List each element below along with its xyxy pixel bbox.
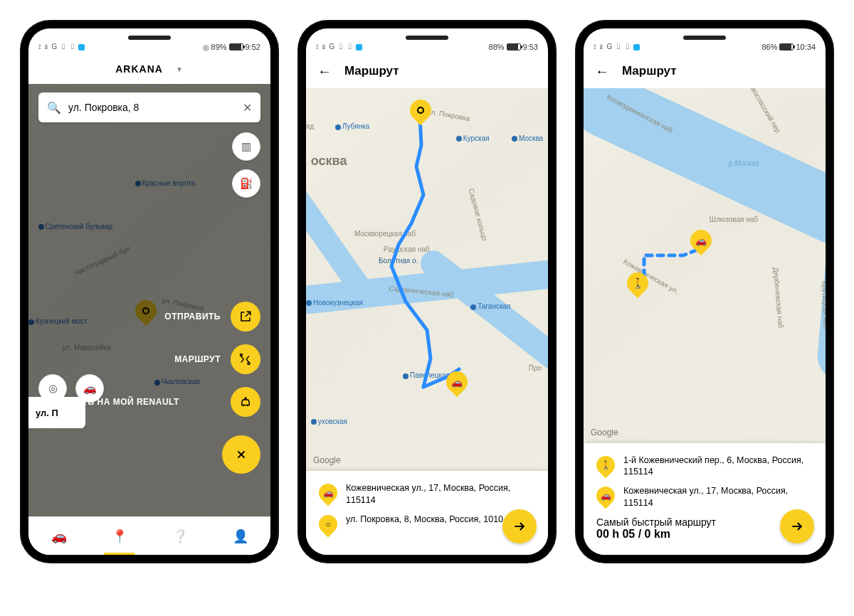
action-route-label: МАРШРУТ (174, 354, 221, 364)
chevron-down-icon: ▼ (176, 65, 184, 73)
map[interactable]: осква Лубянка Курская Новокузнецкая Тага… (306, 88, 548, 471)
fuel-button[interactable]: ⛽ (232, 169, 260, 198)
car-selector[interactable]: ARKANA ▼ (28, 54, 270, 84)
route-sheet: 🚗 Кожевническая ул., 17, Москва, Россия,… (306, 471, 548, 555)
status-bar: ⟟ ⩰ G ▯ ▯ 86% 10:34 (584, 28, 826, 54)
clock: 10:34 (796, 43, 816, 51)
battery-icon (229, 43, 243, 51)
close-menu-button[interactable] (222, 435, 260, 474)
search-bar[interactable]: 🔍 ✕ (38, 92, 260, 122)
fastest-value: 00 h 05 / 0 km (596, 528, 670, 540)
route-button[interactable] (231, 344, 260, 374)
route-header: ← Маршрут (584, 54, 826, 88)
clear-icon[interactable]: ✕ (243, 101, 252, 115)
status-app-icon (356, 44, 362, 51)
car-pin-icon: 🚗 (593, 483, 619, 509)
status-icons: ⟟ ⩰ G ▯ ▯ (594, 43, 631, 51)
search-input[interactable] (68, 102, 236, 113)
battery-pct: 88% (489, 43, 505, 51)
action-sendcar-label: ОТПРАВИТЬ НА МОЙ RENAULT (38, 397, 221, 407)
battery-icon (779, 43, 794, 51)
point-pin-icon: ○ (315, 511, 342, 538)
walk-row: 🚶 1-й Кожевнический пер., 6, Москва, Рос… (596, 455, 813, 479)
city-label: осква (311, 154, 347, 169)
action-send-label: ОТПРАВИТЬ (164, 312, 221, 322)
status-bar: ⟟ ⩰ G ▯ ▯ 88% 9:53 (306, 28, 548, 54)
car-name: ARKANA (115, 63, 163, 75)
nav-help[interactable]: ❔ (149, 517, 210, 555)
clock: 9:53 (523, 43, 538, 51)
car-pin-icon: 🚗 (315, 480, 342, 506)
page-title: Маршрут (344, 64, 399, 78)
status-app-icon (633, 44, 640, 51)
bottom-nav: 🚗 📍 ❔ 👤 (28, 516, 270, 555)
destination-row: 🚗 Кожевническая ул., 17, Москва, Россия,… (319, 482, 535, 506)
back-button[interactable]: ← (595, 63, 609, 80)
walk-pin-icon: 🚶 (593, 452, 619, 478)
status-icons: ⟟ ⩰ G ▯ ▯ (316, 43, 354, 51)
start-navigation-button[interactable] (780, 509, 814, 543)
phone-2: ⟟ ⩰ G ▯ ▯ 88% 9:53 ← Маршрут осква Лубян… (299, 21, 555, 562)
map[interactable]: Космодамианская наб Новоспасский пер р М… (584, 88, 826, 443)
status-icons: ⟟ ⩰ G ▯ ▯ (38, 43, 76, 51)
map-credit: Google (313, 455, 341, 465)
car-row: 🚗 Кожевническая ул., 17, Москва, Россия,… (596, 485, 813, 509)
route-header: ← Маршрут (306, 54, 548, 88)
svg-point-1 (248, 363, 250, 365)
search-icon: 🔍 (47, 101, 61, 115)
send-button[interactable] (231, 302, 260, 331)
phone-3: ⟟ ⩰ G ▯ ▯ 86% 10:34 ← Маршрут Космодамиа… (576, 21, 833, 562)
status-app-icon (78, 44, 85, 51)
phone-1: ⟟ ⩰ G ▯ ▯ ◎ 89% 9:52 ARKANA ▼ Красные во… (21, 21, 278, 562)
destination-address: Кожевническая ул., 17, Москва, Россия, 1… (346, 482, 535, 506)
battery-icon (507, 43, 521, 51)
start-navigation-button[interactable] (502, 509, 537, 543)
map-credit: Google (591, 428, 618, 437)
battery-pct: 86% (761, 43, 777, 51)
walk-address: 1-й Кожевнический пер., 6, Москва, Росси… (623, 455, 813, 479)
back-button[interactable]: ← (317, 63, 332, 80)
gps-icon: ◎ (203, 43, 209, 51)
layers-button[interactable]: ▥ (232, 132, 260, 161)
page-title: Маршрут (622, 64, 677, 78)
origin-address: ул. Покровка, 8, Москва, Россия, 1010 (346, 514, 503, 526)
car-address: Кожевническая ул., 17, Москва, Россия, 1… (623, 485, 813, 509)
clock: 9:52 (246, 43, 260, 51)
route-sheet: 🚶 1-й Кожевнический пер., 6, Москва, Рос… (584, 443, 826, 556)
battery-pct: 89% (211, 43, 227, 51)
svg-point-0 (241, 354, 243, 356)
nav-map[interactable]: 📍 (89, 517, 149, 555)
map[interactable]: Красные ворота Сретенский бульвар Кузнец… (28, 84, 270, 516)
status-bar: ⟟ ⩰ G ▯ ▯ ◎ 89% 9:52 (28, 28, 270, 54)
send-to-car-button[interactable] (231, 387, 260, 417)
nav-car[interactable]: 🚗 (28, 517, 89, 555)
nav-profile[interactable]: 👤 (210, 517, 270, 555)
